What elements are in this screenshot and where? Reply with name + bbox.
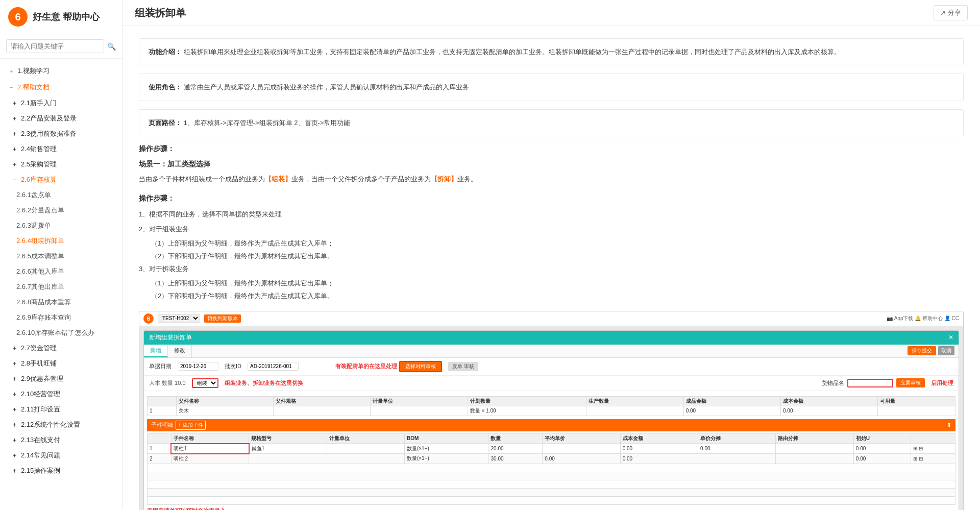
expand-icon-sales: ＋	[11, 144, 18, 154]
sidebar-item-label-newuser: 2.1新手入门	[21, 99, 57, 108]
mock-annotation-enable-text: 启用处理	[931, 379, 953, 387]
sidebar-item-finance[interactable]: ＋ 2.7资金管理	[0, 341, 122, 356]
mock-th-prod-amount: 成品金额	[683, 396, 780, 406]
mock-confirm-apply-btn[interactable]: 立案审核	[896, 378, 925, 387]
mock-logo: 6	[143, 313, 154, 324]
path-block: 页面路径： 1、库存核算->库存管理->组装拆卸单 2、首页->常用功能	[139, 109, 964, 136]
sidebar-item-coupon[interactable]: ＋ 2.9优惠券管理	[0, 371, 122, 386]
mock-btd-name1: 明柱 2	[171, 454, 249, 464]
mock-close-btn[interactable]: ✕	[948, 334, 953, 341]
mock-batchid-input[interactable]	[248, 362, 299, 371]
mock-th-unit: 计量单位	[371, 396, 468, 406]
sidebar-item-label-coupon: 2.9优惠券管理	[21, 374, 63, 383]
sidebar-item-dataprep[interactable]: ＋ 2.3使用前数据准备	[0, 126, 122, 141]
mock-numbers-label: 大本 数量 10.0	[149, 379, 186, 387]
mock-td-pspec	[273, 406, 370, 416]
expand-icon-mobile: ＋	[11, 359, 18, 368]
mock-cancel-btn[interactable]: 取消	[938, 346, 954, 355]
sidebar-item-label-purchase: 2.5采购管理	[21, 160, 57, 169]
share-label: 分享	[948, 8, 961, 17]
mock-btd-route0	[776, 444, 853, 454]
search-input[interactable]	[6, 39, 104, 53]
mock-bottom-table: 子件名称 规格型号 计量单位 BOM 数量 平均单价 成本金额 单价分摊 路由分…	[147, 433, 955, 505]
sidebar-item-newuser[interactable]: ＋ 2.1新手入门	[0, 95, 122, 111]
mock-bth-0	[148, 433, 172, 444]
expand-icon-dataprep: ＋	[11, 129, 18, 138]
mock-top-table: 父件名称 父件规格 计量单位 计划数量 生产数量 成品金额 成本金额 可用量	[147, 396, 955, 416]
mock-btd-bom0: 数量(×1+)	[404, 444, 488, 454]
expand-icon-newuser: ＋	[11, 99, 18, 108]
sidebar-item-purchase[interactable]: ＋ 2.5采购管理	[0, 157, 122, 172]
sidebar-leaf-261[interactable]: 2.6.1盘点单	[0, 187, 122, 203]
sidebar-item-inventory[interactable]: － 2.6库存核算	[0, 172, 122, 187]
table-row	[148, 480, 955, 488]
topbar: 组装拆卸单 ↗ 分享	[122, 0, 980, 26]
mock-bth-qty: 数量	[488, 433, 543, 444]
logo-icon: 6	[8, 7, 28, 27]
sidebar-item-faq[interactable]: ＋ 2.14常见问题	[0, 448, 122, 463]
sidebar-item-payment[interactable]: ＋ 2.13在线支付	[0, 432, 122, 448]
sidebar-item-mobile[interactable]: ＋ 2.8手机旺铺	[0, 356, 122, 371]
sidebar-item-cases[interactable]: ＋ 2.15操作案例	[0, 463, 122, 478]
mock-tab-new[interactable]: 新增	[144, 345, 168, 357]
sidebar-item-print[interactable]: ＋ 2.11打印设置	[0, 402, 122, 417]
mock-save-submit-btn[interactable]: 保存提交	[908, 346, 936, 355]
mock-td-planqty: 数量 × 1.00	[468, 406, 586, 416]
mock-btd-route1	[776, 454, 853, 464]
mock-action-btns: 保存提交 取消	[903, 345, 959, 357]
sidebar-item-video[interactable]: ＋ 1.视频学习	[0, 63, 122, 79]
sidebar-item-install[interactable]: ＋ 2.2产品安装及登录	[0, 111, 122, 126]
sidebar-leaf-264[interactable]: 2.6.4组装拆卸单	[0, 233, 122, 249]
sidebar-item-label-print: 2.11打印设置	[21, 405, 60, 414]
mock-bth-unit: 计量单位	[327, 433, 404, 444]
mock-date-input[interactable]	[178, 362, 218, 371]
page-title: 组装拆卸单	[135, 6, 186, 20]
sidebar-item-settings[interactable]: ＋ 2.12系统个性化设置	[0, 417, 122, 432]
sidebar-item-label-dataprep: 2.3使用前数据准备	[21, 129, 77, 138]
mock-tables-area: 父件名称 父件规格 计量单位 计划数量 生产数量 成品金额 成本金额 可用量	[144, 391, 959, 510]
sidebar-leaf-2610[interactable]: 2.6.10库存账本错了怎么办	[0, 325, 122, 341]
mock-dialog-header: 新增组装拆卸单 ✕	[144, 331, 959, 345]
sidebar-item-ops[interactable]: ＋ 2.10经营管理	[0, 386, 122, 402]
mock-td-avail	[878, 406, 955, 416]
mock-bth-name: 子件名称	[171, 433, 249, 444]
mock-add-child-btn[interactable]: + 添加子件	[176, 421, 206, 430]
mock-panel-right: 货物品名 立案审核	[822, 378, 925, 387]
expand-icon-faq: ＋	[11, 451, 18, 460]
mock-tab-edit[interactable]: 修改	[168, 345, 192, 357]
sidebar-leaf-263[interactable]: 2.6.3调拨单	[0, 218, 122, 233]
mock-panel-label: 货物品名	[822, 379, 844, 387]
expand-icon-payment: ＋	[11, 435, 18, 445]
sidebar-item-label-ops: 2.10经营管理	[21, 390, 60, 399]
intro-block: 功能介绍： 组装拆卸单用来处理企业组装或拆卸等加工业务，支持有固定装配清单的产品…	[139, 38, 964, 65]
mock-panel-input[interactable]	[847, 379, 893, 387]
mock-section-divider: 子件明细 + 添加子件 ⬆	[147, 419, 955, 431]
table-row	[148, 488, 955, 496]
sidebar-leaf-268[interactable]: 2.6.8商品成本重算	[0, 295, 122, 310]
expand-icon-coupon: ＋	[11, 374, 18, 383]
mock-discard-btn[interactable]: 废单 审核	[448, 362, 478, 371]
sidebar-leaf-266[interactable]: 2.6.6其他入库单	[0, 264, 122, 279]
sidebar-leaf-267[interactable]: 2.6.7其他出库单	[0, 279, 122, 295]
share-icon: ↗	[940, 9, 946, 17]
mock-company-select[interactable]: TEST-H002	[158, 314, 200, 323]
mock-form-batchid-label: 批次ID	[225, 362, 241, 370]
search-icon[interactable]: 🔍	[107, 42, 116, 51]
ops-title: 操作步骤：	[139, 144, 964, 154]
sidebar-item-sales[interactable]: ＋ 2.4销售管理	[0, 141, 122, 157]
sidebar: 6 好生意 帮助中心 🔍 ＋ 1.视频学习 － 2.帮助文档 ＋ 2.1新手入门	[0, 0, 122, 510]
mock-form-date-label: 单据日期	[149, 362, 172, 370]
mock-btd-qty0: 20.00	[488, 444, 543, 454]
mock-type-select[interactable]: 组装 拆卸	[192, 378, 218, 388]
mock-th-plan-qty: 计划数量	[468, 396, 586, 406]
expand-icon-docs: －	[8, 83, 14, 92]
sidebar-leaf-265[interactable]: 2.6.5成本调整单	[0, 249, 122, 264]
share-button[interactable]: ↗ 分享	[934, 5, 968, 20]
sidebar-item-docs[interactable]: － 2.帮助文档	[0, 79, 122, 95]
sidebar-leaf-269[interactable]: 2.6.9库存账本查询	[0, 310, 122, 325]
mock-bom-confirm-btn[interactable]: 选择对料审核	[399, 361, 442, 372]
mock-expand-icon[interactable]: ⬆	[947, 422, 951, 428]
sidebar-leaf-262[interactable]: 2.6.2分量盘点单	[0, 203, 122, 218]
mock-td-prodamt: 0.00	[683, 406, 780, 416]
mock-th-cost-amount: 成本金额	[781, 396, 878, 406]
